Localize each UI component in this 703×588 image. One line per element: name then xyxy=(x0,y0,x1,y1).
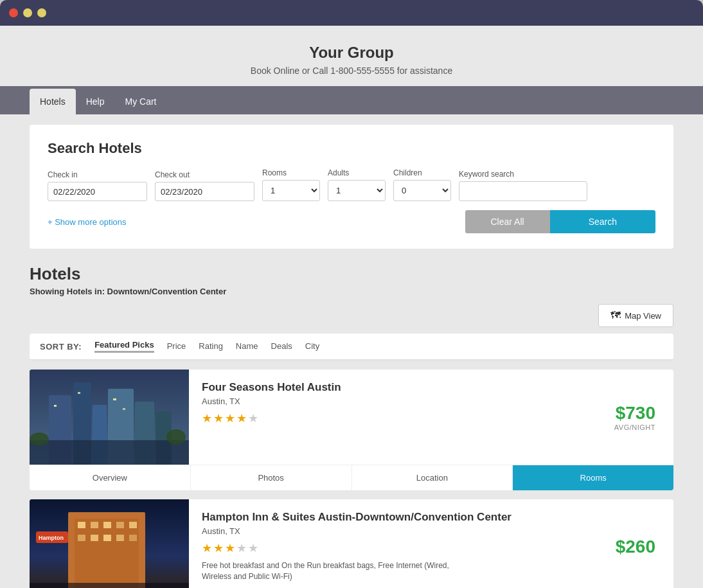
clear-button[interactable]: Clear All xyxy=(465,210,550,233)
checkin-input[interactable] xyxy=(53,187,161,197)
hotel-1-price: $730 AVG/NIGHT xyxy=(614,370,673,465)
main-content: Search Hotels Check in 📅 Check out 📅 xyxy=(0,125,703,588)
svg-rect-25 xyxy=(116,535,124,541)
hotel-2-info: Hampton Inn & Suites Austin-Downtown/Con… xyxy=(189,499,616,588)
hotel-2-image: Hampton xyxy=(30,499,189,588)
hotel-2-stars: ★ ★ ★ ★ ★ xyxy=(202,541,603,555)
hotel-2-price-amount: $260 xyxy=(616,537,655,557)
keyword-label: Keyword search xyxy=(459,170,587,179)
checkout-input[interactable] xyxy=(161,187,269,197)
keyword-input[interactable] xyxy=(459,181,587,201)
show-more-link[interactable]: + Show more options xyxy=(48,217,126,227)
sort-price[interactable]: Price xyxy=(167,341,186,352)
close-dot[interactable] xyxy=(9,8,18,17)
search-panel-title: Search Hotels xyxy=(48,140,655,157)
star-2: ★ xyxy=(213,541,224,555)
rooms-label: Rooms xyxy=(262,168,320,177)
star-5: ★ xyxy=(248,411,258,425)
map-view-button[interactable]: 🗺 Map View xyxy=(598,304,673,327)
star-1: ★ xyxy=(202,411,212,425)
svg-rect-23 xyxy=(91,535,98,541)
sort-label: SORT BY: xyxy=(40,342,82,352)
svg-point-13 xyxy=(166,429,186,445)
star-5: ★ xyxy=(248,541,258,555)
svg-rect-22 xyxy=(78,535,85,541)
svg-rect-11 xyxy=(123,408,125,410)
checkout-field-group: Check out 📅 xyxy=(155,170,254,201)
results-subtitle: Showing Hotels in: Downtown/Convention C… xyxy=(30,287,673,296)
svg-rect-19 xyxy=(103,522,111,528)
hotel-1-tab-location[interactable]: Location xyxy=(352,465,513,490)
search-fields: Check in 📅 Check out 📅 Rooms xyxy=(48,168,655,201)
titlebar xyxy=(0,0,703,26)
hotel-1-price-amount: $730 xyxy=(616,403,655,423)
svg-rect-7 xyxy=(30,440,189,465)
map-view-label: Map View xyxy=(625,311,661,321)
sort-city[interactable]: City xyxy=(305,341,319,352)
svg-text:Hampton: Hampton xyxy=(39,535,64,541)
checkout-input-wrapper[interactable]: 📅 xyxy=(155,182,254,201)
svg-rect-8 xyxy=(54,405,57,407)
hotel-2-location: Austin, TX xyxy=(202,526,603,536)
page-subtitle: Book Online or Call 1-800-555-5555 for a… xyxy=(0,66,703,76)
sort-deals[interactable]: Deals xyxy=(271,341,292,352)
hotel-1-tabs: Overview Photos Location Rooms xyxy=(30,465,673,490)
hotel-1-info: Four Seasons Hotel Austin Austin, TX ★ ★… xyxy=(189,370,614,465)
hotel-2-price: $260 xyxy=(616,499,673,588)
svg-rect-24 xyxy=(103,535,111,541)
checkin-field-group: Check in 📅 xyxy=(48,170,147,201)
hotel-1-tab-overview[interactable]: Overview xyxy=(30,465,191,490)
page-header: Your Group Book Online or Call 1-800-555… xyxy=(0,26,703,86)
svg-rect-20 xyxy=(116,522,124,528)
sort-featured[interactable]: Featured Picks xyxy=(94,340,154,353)
browser-window: Your Group Book Online or Call 1-800-555… xyxy=(0,0,703,588)
adults-label: Adults xyxy=(328,168,386,177)
star-3: ★ xyxy=(225,541,235,555)
map-icon: 🗺 xyxy=(610,310,621,321)
star-1: ★ xyxy=(202,541,212,555)
minimize-dot[interactable] xyxy=(23,8,32,17)
search-actions-row: + Show more options Clear All Search xyxy=(48,210,655,233)
svg-rect-29 xyxy=(30,583,189,588)
nav-item-help[interactable]: Help xyxy=(76,89,115,114)
hotel-1-tab-rooms[interactable]: Rooms xyxy=(513,465,673,490)
search-button-group: Clear All Search xyxy=(465,210,656,233)
maximize-dot[interactable] xyxy=(37,8,46,17)
children-label: Children xyxy=(393,168,451,177)
page-title: Your Group xyxy=(0,44,703,62)
hotel-1-price-label: AVG/NIGHT xyxy=(614,423,655,431)
search-panel: Search Hotels Check in 📅 Check out 📅 xyxy=(30,125,673,249)
results-header: Hotels Showing Hotels in: Downtown/Conve… xyxy=(30,264,673,296)
sort-name[interactable]: Name xyxy=(236,341,258,352)
rooms-field-group: Rooms 1 2 3 xyxy=(262,168,320,201)
hotel-card-2: Hampton Hampton Inn & Suites Austin-Down… xyxy=(30,499,673,588)
search-button[interactable]: Search xyxy=(550,210,655,233)
hotel-card-2-body: Hampton Hampton Inn & Suites Austin-Down… xyxy=(30,499,673,588)
checkin-input-wrapper[interactable]: 📅 xyxy=(48,182,147,201)
hotel-card-1: Four Seasons Hotel Austin Austin, TX ★ ★… xyxy=(30,370,673,490)
hotel-1-tab-photos[interactable]: Photos xyxy=(191,465,352,490)
star-2: ★ xyxy=(213,411,224,425)
svg-rect-21 xyxy=(129,522,137,528)
hotel-1-name: Four Seasons Hotel Austin xyxy=(202,381,601,394)
nav-item-cart[interactable]: My Cart xyxy=(114,89,166,114)
rooms-select[interactable]: 1 2 3 xyxy=(262,180,320,201)
navbar: Hotels Help My Cart xyxy=(0,86,703,114)
svg-rect-26 xyxy=(129,535,137,541)
nav-item-hotels[interactable]: Hotels xyxy=(30,89,76,114)
hotel-2-desc: Free hot breakfast and On the Run breakf… xyxy=(202,560,472,582)
hotel-2-name: Hampton Inn & Suites Austin-Downtown/Con… xyxy=(202,511,603,524)
hotel-1-location: Austin, TX xyxy=(202,396,601,406)
adults-field-group: Adults 1 2 3 xyxy=(328,168,386,201)
results-top-bar: 🗺 Map View xyxy=(30,304,673,327)
svg-rect-18 xyxy=(91,522,98,528)
results-title: Hotels xyxy=(30,264,673,284)
svg-point-12 xyxy=(30,432,49,445)
adults-select[interactable]: 1 2 3 xyxy=(328,180,386,201)
checkout-label: Check out xyxy=(155,170,254,179)
children-select[interactable]: 0 1 2 xyxy=(393,180,451,201)
star-4: ★ xyxy=(236,411,247,425)
hotel-1-stars: ★ ★ ★ ★ ★ xyxy=(202,411,601,425)
sort-rating[interactable]: Rating xyxy=(199,341,223,352)
svg-rect-17 xyxy=(78,522,85,528)
